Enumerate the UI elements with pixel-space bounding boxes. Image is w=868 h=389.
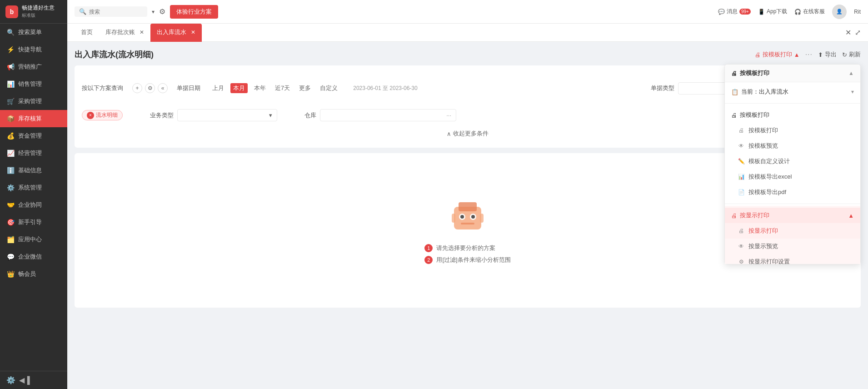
topbar-gear-icon[interactable]: ⚙ bbox=[159, 7, 165, 16]
message-label: 消息 bbox=[727, 8, 738, 15]
date-tab-this-month[interactable]: 本月 bbox=[230, 83, 248, 93]
date-tab-custom[interactable]: 自定义 bbox=[317, 83, 340, 93]
refresh-button[interactable]: ↻ 刷新 bbox=[842, 50, 861, 59]
sidebar-label-shortcut: 快捷导航 bbox=[18, 45, 42, 54]
collapse-filter-icon[interactable]: « bbox=[158, 83, 168, 93]
sidebar-label-inventory: 库存核算 bbox=[18, 115, 42, 123]
sidebar-item-system[interactable]: ⚙️ 系统管理 bbox=[0, 179, 67, 196]
sidebar-label-purchase: 采购管理 bbox=[18, 97, 42, 105]
online-service-button[interactable]: 🎧 在线客服 bbox=[794, 8, 825, 15]
flow-detail-tag[interactable]: × 流水明细 bbox=[82, 110, 123, 120]
message-badge: 99+ bbox=[739, 9, 751, 15]
dropdown-collapse-arrow[interactable]: ▲ bbox=[848, 70, 854, 76]
sidebar-collapse-icon[interactable]: ◀▐ bbox=[19, 376, 30, 384]
sidebar-item-inventory[interactable]: 📦 库存核算 bbox=[0, 110, 67, 127]
warehouse-select[interactable]: ··· bbox=[320, 109, 456, 121]
display-print-item-icon: 🖨 bbox=[738, 227, 745, 234]
warehouse-label: 仓库 bbox=[304, 111, 316, 120]
sidebar-item-basic[interactable]: ℹ️ 基础信息 bbox=[0, 162, 67, 179]
sidebar-label-marketing: 营销推广 bbox=[18, 63, 42, 71]
page-header: 出入库流水(流水明细) 🖨 按模板打印 ▲ bbox=[75, 49, 861, 60]
search-input[interactable] bbox=[89, 9, 143, 15]
avatar: 👤 bbox=[832, 5, 847, 19]
username[interactable]: Rit bbox=[854, 9, 861, 15]
print-dropdown-panel: 🖨 按模板打印 ▲ 📋 当前：出入库流水 bbox=[724, 64, 861, 264]
empty-steps: 1 请先选择要分析的方案 2 用[过滤]条件来缩小分析范围 bbox=[424, 244, 510, 268]
template-preview-item[interactable]: 👁 按模板预览 bbox=[725, 138, 860, 154]
tab-flow-close[interactable]: ✕ bbox=[191, 29, 195, 35]
sidebar-label-system: 系统管理 bbox=[18, 184, 42, 192]
message-button[interactable]: 💬 消息 99+ bbox=[718, 8, 751, 15]
template-print-section-icon: 🖨 bbox=[731, 112, 737, 119]
sidebar-item-finance[interactable]: 💰 资金管理 bbox=[0, 127, 67, 145]
template-export-pdf-item[interactable]: 📄 按模板导出pdf bbox=[725, 185, 860, 200]
add-filter-icon[interactable]: + bbox=[132, 83, 142, 93]
sidebar-label-operation: 经营管理 bbox=[18, 149, 42, 157]
tab-home[interactable]: 首页 bbox=[75, 24, 99, 42]
display-print-item[interactable]: 🖨 按显示打印 bbox=[725, 223, 860, 239]
sidebar: b 畅捷通好生意 标准版 🔍 搜索菜单 ⚡ 快捷导航 📢 营销推广 📊 销售管理… bbox=[0, 0, 67, 389]
sidebar-label-search: 搜索菜单 bbox=[18, 28, 42, 36]
topbar-search-box[interactable]: 🔍 bbox=[75, 6, 147, 17]
tab-batch[interactable]: 库存批次账 ✕ bbox=[99, 24, 150, 42]
svg-point-4 bbox=[460, 215, 464, 219]
sidebar-item-purchase[interactable]: 🛒 采购管理 bbox=[0, 93, 67, 110]
tab-expand-icon[interactable]: ⤢ bbox=[855, 28, 861, 37]
sidebar-item-search[interactable]: 🔍 搜索菜单 bbox=[0, 24, 67, 41]
sidebar-item-vip[interactable]: 👑 畅会员 bbox=[0, 265, 67, 283]
sidebar-icon-sales: 📊 bbox=[6, 80, 15, 88]
trial-button[interactable]: 体验行业方案 bbox=[170, 5, 218, 19]
sidebar-icon-operation: 📈 bbox=[6, 149, 15, 157]
date-tab-7days[interactable]: 近7天 bbox=[272, 83, 293, 93]
page-header-actions: 🖨 按模板打印 ▲ 📋 当前：出入库流水 bbox=[755, 50, 861, 59]
topbar-search-dropdown[interactable]: ▾ bbox=[152, 9, 155, 15]
headset-icon: 🎧 bbox=[794, 9, 801, 15]
display-print-settings-item[interactable]: ⚙ 按显示打印设置 bbox=[725, 254, 860, 264]
sidebar-item-marketing[interactable]: 📢 营销推广 bbox=[0, 58, 67, 75]
sidebar-settings-icon[interactable]: ⚙️ bbox=[6, 376, 15, 384]
collapse-label: 收起更多条件 bbox=[453, 130, 489, 138]
template-print-item[interactable]: 🖨 按模板打印 bbox=[725, 123, 860, 138]
export-button[interactable]: ⬆ 导出 bbox=[818, 50, 837, 59]
display-preview-icon: 👁 bbox=[738, 243, 745, 250]
date-tab-this-year[interactable]: 本年 bbox=[251, 83, 269, 93]
sidebar-item-operation[interactable]: 📈 经营管理 bbox=[0, 145, 67, 162]
step-2-text: 用[过滤]条件来缩小分析范围 bbox=[436, 256, 510, 264]
sidebar-item-guide[interactable]: 🎯 新手引导 bbox=[0, 214, 67, 231]
more-options-icon[interactable]: ··· bbox=[805, 50, 813, 59]
display-print-settings-icon: ⚙ bbox=[738, 258, 745, 264]
settings-filter-icon[interactable]: ⚙ bbox=[145, 83, 155, 93]
sidebar-item-wechat[interactable]: 💬 企业微信 bbox=[0, 248, 67, 265]
online-service-label: 在线客服 bbox=[803, 8, 825, 15]
tab-flow[interactable]: 出入库流水 ✕ bbox=[150, 24, 202, 42]
display-print-section-header: 🖨 按显示打印 ▲ bbox=[725, 208, 860, 223]
dropdown-current-header: 📋 当前：出入库流水 ▾ bbox=[725, 84, 860, 100]
template-export-excel-icon: 📊 bbox=[738, 173, 745, 180]
tag-remove-icon[interactable]: × bbox=[87, 112, 94, 119]
template-export-excel-item[interactable]: 📊 按模板导出excel bbox=[725, 169, 860, 185]
sidebar-icon-inventory: 📦 bbox=[6, 115, 15, 123]
print-icon: 🖨 bbox=[731, 70, 737, 77]
app-name-block: 畅捷通好生意 标准版 bbox=[22, 5, 55, 19]
tab-batch-close[interactable]: ✕ bbox=[140, 29, 144, 35]
divider-1 bbox=[725, 103, 860, 104]
sidebar-item-sales[interactable]: 📊 销售管理 bbox=[0, 75, 67, 93]
sidebar-icon-search: 🔍 bbox=[6, 28, 15, 36]
sidebar-icon-app_center: 🗂️ bbox=[6, 235, 15, 244]
sidebar-item-shortcut[interactable]: ⚡ 快捷导航 bbox=[0, 41, 67, 58]
app-download-button[interactable]: 📱 App下载 bbox=[758, 8, 787, 15]
display-preview-item[interactable]: 👁 按显示预览 bbox=[725, 239, 860, 254]
svg-rect-6 bbox=[461, 223, 474, 224]
biz-type-select[interactable]: ▾ bbox=[177, 109, 277, 121]
current-icon: 📋 bbox=[731, 89, 738, 95]
date-tabs: 上月 本月 本年 近7天 更多 自定义 bbox=[210, 83, 340, 93]
tab-close-window-icon[interactable]: ✕ bbox=[845, 28, 851, 37]
sidebar-item-enterprise[interactable]: 🤝 企业协同 bbox=[0, 196, 67, 214]
sidebar-item-app_center[interactable]: 🗂️ 应用中心 bbox=[0, 231, 67, 248]
date-tab-last-month[interactable]: 上月 bbox=[210, 83, 227, 93]
print-button[interactable]: 🖨 按模板打印 ▲ bbox=[755, 50, 800, 59]
sidebar-label-guide: 新手引导 bbox=[18, 218, 42, 226]
date-tab-more[interactable]: 更多 bbox=[296, 83, 314, 93]
template-custom-item[interactable]: ✏️ 模板自定义设计 bbox=[725, 154, 860, 169]
sidebar-icon-system: ⚙️ bbox=[6, 184, 15, 192]
